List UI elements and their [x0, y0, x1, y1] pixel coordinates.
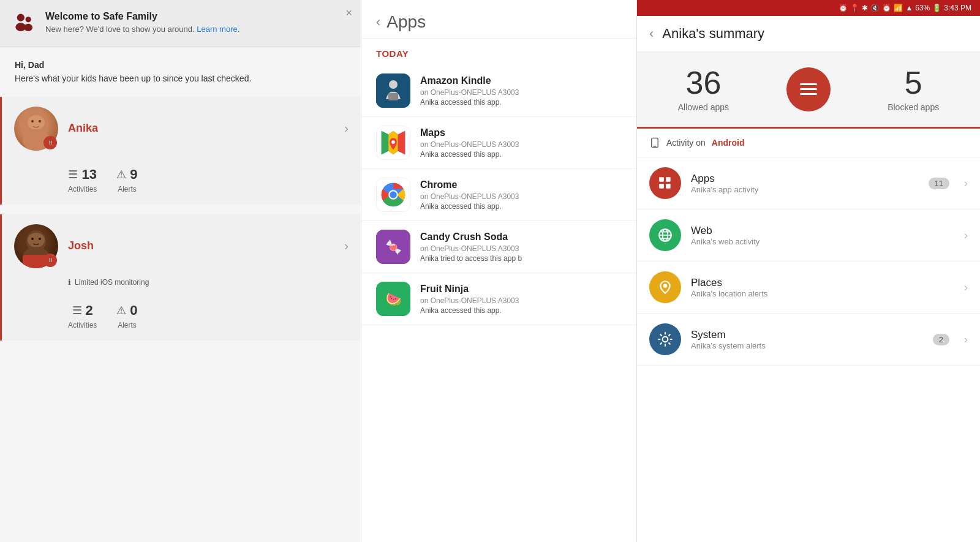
middle-panel: ‹ Apps TODAY Amazon Kindle on OnePlus-ON…: [361, 0, 637, 542]
places-activity-icon: [649, 271, 681, 303]
greeting: Hi, Dad Here's what your kids have been …: [0, 47, 361, 92]
app-item-maps[interactable]: Maps on OnePlus-ONEPLUS A3003 Anika acce…: [361, 117, 636, 169]
globe-icon: [657, 227, 673, 243]
svg-point-2: [26, 17, 31, 22]
battery-icon: 🔋: [932, 4, 941, 12]
blocked-apps-stat: 5 Blocked apps: [888, 67, 939, 112]
josh-chevron-icon: ›: [344, 239, 349, 253]
alerts-stat-anika: ⚠ 9 Alerts: [116, 167, 137, 194]
svg-rect-34: [800, 88, 817, 90]
child-card-anika[interactable]: ⏸ Anika › ☰ 13 Activities ⚠ 9 Alerts: [0, 97, 361, 205]
today-label: TODAY: [361, 39, 636, 65]
middle-header: ‹ Apps: [361, 0, 636, 39]
apps-chevron-icon: ›: [964, 177, 968, 190]
svg-point-12: [31, 238, 34, 240]
activities-stat-josh: ☰ 2 Activities: [68, 303, 97, 329]
places-activity-name: Places: [691, 277, 954, 289]
activity-item-web[interactable]: Web Anika's web activity ›: [637, 209, 980, 262]
apps-activity-icon: [649, 167, 681, 199]
right-panel: ⏰ 📍 ✱ 🔇 ⏰ 📶 ▲ 63% 🔋 3:43 PM ‹ Anika's su…: [637, 0, 980, 542]
close-button[interactable]: ×: [345, 7, 352, 18]
svg-point-28: [390, 191, 397, 198]
apps-badge: 11: [929, 178, 949, 189]
chrome-access: Anika accessed this app.: [420, 202, 622, 211]
allowed-apps-stat: 36 Allowed apps: [678, 67, 729, 112]
svg-point-10: [28, 233, 45, 247]
family-icon: [12, 11, 37, 36]
ios-note-josh: ℹ Limited iOS monitoring: [2, 278, 361, 296]
welcome-subtitle: New here? We'd love to show you around. …: [45, 24, 239, 34]
blocked-label: Blocked apps: [888, 102, 939, 112]
battery-pct: 63%: [915, 4, 930, 12]
time-display: 3:43 PM: [944, 4, 971, 12]
welcome-text: Welcome to Safe Family New here? We'd lo…: [45, 11, 239, 34]
mute-icon: 🔇: [870, 4, 880, 12]
candy-device: on OnePlus-ONEPLUS A3003: [420, 244, 622, 253]
child-stats-anika: ☰ 13 Activities ⚠ 9 Alerts: [2, 160, 361, 205]
pause-badge-anika: ⏸: [43, 136, 57, 149]
fruit-access: Anika accessed this app.: [420, 306, 622, 315]
system-activity-name: System: [691, 329, 923, 341]
back-button[interactable]: ‹: [376, 14, 380, 30]
system-activity-icon: [649, 323, 681, 355]
fruit-app-icon: 🍉: [376, 282, 410, 316]
learn-more-link[interactable]: Learn more.: [197, 24, 239, 34]
svg-point-7: [31, 120, 34, 122]
apps-activity-sub: Anika's app activity: [691, 185, 919, 194]
child-stats-josh: ☰ 2 Activities ⚠ 0 Alerts: [2, 296, 361, 341]
app-item-chrome[interactable]: Chrome on OnePlus-ONEPLUS A3003 Anika ac…: [361, 169, 636, 221]
app-list: Amazon Kindle on OnePlus-ONEPLUS A3003 A…: [361, 65, 636, 542]
kindle-device: on OnePlus-ONEPLUS A3003: [420, 88, 622, 97]
svg-rect-40: [659, 184, 664, 189]
welcome-banner: Welcome to Safe Family New here? We'd lo…: [0, 0, 361, 47]
activities-icon-josh: ☰: [72, 304, 82, 317]
pin-icon: [657, 279, 673, 295]
child-card-josh[interactable]: ⏸ Josh › ℹ Limited iOS monitoring ☰ 2 Ac…: [0, 214, 361, 341]
maps-name: Maps: [420, 127, 622, 138]
activity-item-places[interactable]: Places Anika's location alerts ›: [637, 262, 980, 314]
kindle-access: Anika accessed this app.: [420, 98, 622, 107]
svg-rect-15: [376, 73, 410, 108]
apps-title: Apps: [386, 12, 426, 32]
web-activity-icon: [649, 219, 681, 251]
signal-icon: ▲: [905, 4, 913, 12]
alerts-icon-josh: ⚠: [116, 304, 126, 317]
candy-info: Candy Crush Soda on OnePlus-ONEPLUS A300…: [420, 231, 622, 263]
maps-info: Maps on OnePlus-ONEPLUS A3003 Anika acce…: [420, 127, 622, 159]
child-header-josh: ⏸ Josh ›: [2, 214, 361, 278]
svg-text:🍬: 🍬: [385, 239, 402, 255]
gear-icon: [657, 331, 673, 347]
chrome-name: Chrome: [420, 179, 622, 190]
candy-app-icon: 🍬: [376, 230, 410, 264]
kindle-app-icon: [376, 73, 410, 108]
app-item-kindle[interactable]: Amazon Kindle on OnePlus-ONEPLUS A3003 A…: [361, 65, 636, 117]
web-activity-name: Web: [691, 225, 954, 237]
allowed-count: 36: [678, 67, 729, 99]
child-header-anika: ⏸ Anika ›: [2, 97, 361, 160]
svg-rect-35: [800, 93, 817, 95]
right-back-button[interactable]: ‹: [649, 26, 654, 42]
chrome-device: on OnePlus-ONEPLUS A3003: [420, 192, 622, 201]
maps-device: on OnePlus-ONEPLUS A3003: [420, 140, 622, 149]
svg-point-3: [24, 24, 32, 31]
activity-item-system[interactable]: System Anika's system alerts 2 ›: [637, 314, 980, 366]
android-label: Android: [712, 138, 745, 148]
summary-menu-button[interactable]: [786, 67, 831, 111]
activities-icon: ☰: [68, 168, 78, 181]
apps-activity-info: Apps Anika's app activity: [691, 173, 919, 194]
welcome-title: Welcome to Safe Family: [45, 11, 239, 22]
places-activity-sub: Anika's location alerts: [691, 289, 954, 298]
app-item-fruit[interactable]: 🍉 Fruit Ninja on OnePlus-ONEPLUS A3003 A…: [361, 273, 636, 325]
activity-item-apps[interactable]: Apps Anika's app activity 11 ›: [637, 157, 980, 209]
candy-access: Anika tried to access this app b: [420, 254, 622, 263]
kindle-info: Amazon Kindle on OnePlus-ONEPLUS A3003 A…: [420, 75, 622, 107]
allowed-label: Allowed apps: [678, 102, 729, 112]
device-icon: [649, 137, 660, 148]
svg-point-16: [389, 80, 398, 89]
alerts-icon-anika: ⚠: [116, 168, 126, 181]
alarm-icon: ⏰: [839, 4, 848, 12]
places-activity-info: Places Anika's location alerts: [691, 277, 954, 298]
places-chevron-icon: ›: [964, 281, 968, 294]
app-item-candy[interactable]: 🍬 Candy Crush Soda on OnePlus-ONEPLUS A3…: [361, 221, 636, 273]
svg-rect-38: [659, 177, 664, 182]
